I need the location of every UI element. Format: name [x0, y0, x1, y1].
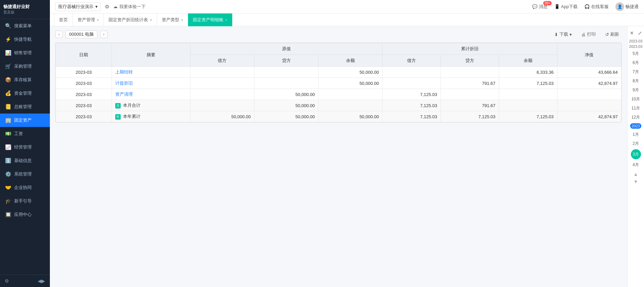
tab-close-asset-type[interactable]: ×	[181, 18, 183, 22]
month-item-1月[interactable]: 1月	[627, 130, 644, 139]
tab-label-depreciation-stat: 固定资产折旧统计表	[109, 17, 148, 23]
cell-date: 2023-03	[56, 111, 112, 122]
month-item-10月[interactable]: 10月	[627, 95, 644, 104]
cell-orig-debit	[190, 89, 254, 100]
tab-home[interactable]: 首页	[54, 13, 73, 26]
sidebar-item-enterprise[interactable]: 🤝 企业协同	[0, 181, 50, 194]
prev-asset-btn[interactable]: ‹	[55, 31, 63, 38]
avatar: 👤	[615, 2, 624, 11]
row-icon-3: 月	[115, 103, 121, 108]
tabs-bar: 首页资产管理×固定资产折旧统计表×资产类型×固定资产明细账×	[50, 13, 644, 26]
month-item-5月[interactable]: 5月	[627, 49, 644, 58]
cell-orig-credit: 50,000.00	[254, 111, 318, 122]
sidebar-label-sales: 销售管理	[14, 50, 32, 56]
year-badge[interactable]: 2023	[630, 123, 641, 129]
tab-depreciation-stat[interactable]: 固定资产折旧统计表×	[104, 13, 157, 26]
sidebar-item-ledger[interactable]: 📒 总账管理	[0, 100, 50, 114]
ledger-icon: 📒	[5, 104, 11, 110]
main-table: 日期 摘要 原值 累计折旧 净值 借方 贷方 余额 借方 贷方 余额	[55, 42, 622, 123]
sidebar-item-inventory[interactable]: 📦 库存核算	[0, 73, 50, 87]
month-item-3月[interactable]: 3月	[631, 149, 641, 159]
topbar-settings-icon[interactable]: ⚙	[105, 4, 109, 10]
sidebar-item-purchase[interactable]: 🛒 采购管理	[0, 60, 50, 73]
summary-link-0[interactable]: 上期结转	[115, 69, 133, 74]
sidebar: 畅捷通好业财 普及版 🔍 搜索菜单 ⚡ 快捷导航 📊 销售管理 🛒 采购管理 📦…	[0, 0, 50, 287]
cell-date: 2023-03	[56, 89, 112, 100]
asset-nav-actions: ⬇ 下载 ▾ 🖨 打印 ↺ 刷新	[552, 30, 622, 38]
th-accum-balance: 余额	[499, 55, 557, 67]
month-item-9月[interactable]: 9月	[627, 86, 644, 95]
collapse-icon[interactable]: ◀▶	[38, 278, 45, 284]
tab-close-asset-mgmt[interactable]: ×	[97, 18, 99, 22]
cell-orig-debit	[190, 67, 254, 78]
right-panel: ✕ ⤢ 2023.03 2023.03 5月6月7月8月9月10月11月12月2…	[627, 26, 644, 287]
panel-down-btn[interactable]: ▼	[634, 179, 638, 184]
message-btn[interactable]: 💬 消息 99+	[532, 4, 548, 10]
service-btn[interactable]: 🎧 在线客服	[584, 4, 609, 10]
experience-label: 我要体验一下	[119, 4, 146, 10]
cell-summary[interactable]: 计提折旧	[112, 78, 190, 89]
cell-orig-balance: 50,000.00	[318, 78, 382, 89]
month-item-12月[interactable]: 12月	[627, 113, 644, 122]
cell-accum-balance	[499, 100, 557, 111]
main-content: 医疗器械行业演示 ▾ ⚙ ☁ 我要体验一下 💬 消息 99+ 📱 App下载 🎧…	[50, 0, 644, 287]
sidebar-item-system[interactable]: ⚙️ 系统管理	[0, 167, 50, 181]
cell-accum-credit	[441, 89, 499, 100]
cell-accum-balance: 7,125.03	[499, 78, 557, 89]
tab-close-asset-detail[interactable]: ×	[225, 18, 227, 22]
tab-asset-detail[interactable]: 固定资产明细账×	[188, 13, 232, 26]
th-orig-debit: 借方	[190, 55, 254, 67]
sidebar-label-ledger: 总账管理	[14, 104, 32, 110]
month-item-11月[interactable]: 11月	[627, 104, 644, 113]
expand-panel-btn[interactable]: ⤢	[637, 29, 643, 37]
month-item-2月[interactable]: 2月	[627, 139, 644, 148]
cell-accum-debit	[382, 67, 441, 78]
sidebar-item-funds[interactable]: 💰 资金管理	[0, 87, 50, 100]
experience-btn[interactable]: ☁ 我要体验一下	[113, 4, 146, 10]
month-item-8月[interactable]: 8月	[627, 76, 644, 86]
sidebar-item-search[interactable]: 🔍 搜索菜单	[0, 19, 50, 33]
sidebar-label-system: 系统管理	[14, 171, 32, 177]
print-icon: 🖨	[581, 32, 586, 37]
tab-asset-mgmt[interactable]: 资产管理×	[73, 13, 104, 26]
sidebar-item-basic[interactable]: ℹ️ 基础信息	[0, 154, 50, 167]
company-name: 医疗器械行业演示	[58, 4, 93, 10]
sidebar-item-appCenter[interactable]: 🔲 应用中心	[0, 208, 50, 221]
download-btn[interactable]: ⬇ 下载 ▾	[552, 30, 575, 38]
cell-summary[interactable]: 上期结转	[112, 67, 190, 78]
summary-link-2[interactable]: 资产清理	[115, 92, 133, 97]
cell-net-value	[557, 89, 621, 100]
sidebar-item-fixed[interactable]: 🏢 固定资产	[0, 114, 50, 127]
month-item-4月[interactable]: 4月	[627, 160, 644, 169]
asset-code: 000001	[69, 32, 84, 37]
sidebar-label-quicknav: 快捷导航	[14, 36, 32, 42]
month-item-6月[interactable]: 6月	[627, 58, 644, 67]
fixed-icon: 🏢	[5, 117, 11, 123]
user-btn[interactable]: 👤 畅捷通	[615, 2, 639, 11]
sidebar-item-newbie[interactable]: 🎓 新手引导	[0, 194, 50, 208]
settings-icon[interactable]: ⚙	[5, 278, 9, 284]
sidebar-item-operations[interactable]: 📈 经营管理	[0, 140, 50, 154]
sidebar-label-search: 搜索菜单	[14, 23, 32, 29]
sidebar-label-inventory: 库存核算	[14, 77, 32, 83]
close-panel-btn[interactable]: ✕	[628, 29, 635, 37]
panel-up-btn[interactable]: ▲	[634, 171, 638, 177]
th-date: 日期	[56, 43, 112, 67]
sidebar-item-sales[interactable]: 📊 销售管理	[0, 46, 50, 60]
next-asset-btn[interactable]: ›	[100, 31, 108, 38]
company-selector[interactable]: 医疗器械行业演示 ▾	[55, 2, 101, 11]
summary-link-1[interactable]: 计提折旧	[115, 81, 133, 86]
print-btn[interactable]: 🖨 打印	[579, 30, 599, 38]
table-row: 2023-03 上期结转 50,000.00 6,333.36 43,666.6…	[56, 67, 621, 78]
sidebar-item-salary[interactable]: 💵 工资	[0, 127, 50, 140]
app-download-btn[interactable]: 📱 App下载	[554, 4, 578, 10]
sidebar-item-quicknav[interactable]: ⚡ 快捷导航	[0, 33, 50, 46]
cell-accum-debit: 7,125.03	[382, 111, 441, 122]
sidebar-label-purchase: 采购管理	[14, 63, 32, 69]
cell-summary[interactable]: 资产清理	[112, 89, 190, 100]
tab-close-depreciation-stat[interactable]: ×	[150, 18, 152, 22]
month-item-7月[interactable]: 7月	[627, 67, 644, 76]
refresh-btn[interactable]: ↺ 刷新	[603, 30, 622, 38]
tab-asset-type[interactable]: 资产类型×	[157, 13, 188, 26]
sidebar-label-operations: 经营管理	[14, 144, 32, 150]
